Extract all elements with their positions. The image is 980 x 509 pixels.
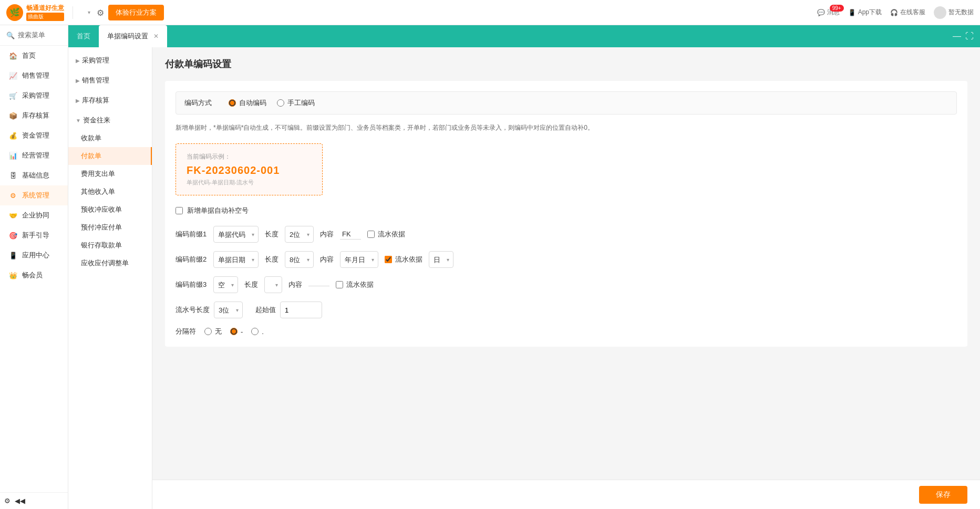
- prefix3-select-wrapper: 空: [213, 276, 238, 293]
- gear-icon[interactable]: ⚙: [97, 8, 106, 17]
- collapse-icon[interactable]: ◀◀: [15, 497, 25, 505]
- member-icon: 👑: [8, 271, 18, 280]
- prefix1-select[interactable]: 单据代码: [213, 226, 259, 243]
- online-service-item[interactable]: 🎧 在线客服: [890, 8, 925, 17]
- avatar-icon: [934, 6, 946, 19]
- submenu-purchase-title[interactable]: ▶ 采购管理: [68, 51, 152, 69]
- submenu-capital-title[interactable]: ▼ 资金往来: [68, 111, 152, 129]
- save-button[interactable]: 保存: [919, 486, 967, 504]
- stream2-unit-wrapper: 日: [429, 251, 453, 268]
- content2-label: 内容: [320, 255, 334, 264]
- submenu-item-prepay-receive[interactable]: 预收冲应收单: [68, 201, 152, 219]
- radio-manual-encoding[interactable]: 手工编码: [277, 98, 315, 108]
- sidebar-item-finance[interactable]: 💰 资金管理: [0, 126, 68, 146]
- length1-select[interactable]: 2位: [285, 226, 314, 243]
- separator-row: 分隔符 无 -: [176, 327, 957, 336]
- user-avatar[interactable]: 暂无数据: [934, 6, 974, 19]
- auto-fill-checkbox[interactable]: [176, 207, 183, 214]
- sidebar-item-operation[interactable]: 📊 经营管理: [0, 146, 68, 165]
- prefix2-label: 编码前缀2: [176, 255, 207, 264]
- headset-icon: 🎧: [890, 9, 898, 16]
- submenu-sales-title[interactable]: ▶ 销售管理: [68, 71, 152, 89]
- stream3-checkbox[interactable]: [336, 281, 343, 288]
- stream1-checkbox[interactable]: [367, 231, 375, 238]
- sidebar-item-newguide[interactable]: 🎯 新手引导: [0, 225, 68, 245]
- stream2-checkbox[interactable]: [385, 256, 392, 263]
- app-download-item[interactable]: 📱 App下载: [848, 8, 882, 17]
- sidebar-item-base[interactable]: 🗄 基础信息: [0, 165, 68, 185]
- length1-select-wrapper: 2位: [285, 226, 314, 243]
- right-panel: 首页 单据编码设置 ✕ — ⛶ ▶ 采购管理: [68, 25, 980, 509]
- length2-label: 长度: [265, 255, 278, 264]
- submenu-item-receipt[interactable]: 收款单: [68, 129, 152, 147]
- tab-home[interactable]: 首页: [68, 25, 99, 47]
- content3-label: 内容: [288, 280, 302, 289]
- sidebar-item-purchase[interactable]: 🛒 采购管理: [0, 86, 68, 106]
- prefix3-select[interactable]: 空: [213, 276, 238, 293]
- experience-button[interactable]: 体验行业方案: [108, 5, 164, 20]
- length1-label: 长度: [265, 230, 278, 239]
- tab-bar-actions: — ⛶: [953, 32, 980, 41]
- submenu-group-purchase: ▶ 采购管理: [68, 51, 152, 69]
- message-item[interactable]: 💬 消息 99+: [817, 8, 840, 17]
- tab-close-icon[interactable]: ✕: [153, 33, 159, 40]
- config-row-3: 编码前缀3 空 长度: [176, 276, 957, 293]
- submenu-item-income[interactable]: 其他收入单: [68, 183, 152, 201]
- example-box: 当前编码示例： FK-20230602-001 单据代码-单据日期-流水号: [176, 143, 323, 195]
- auto-fill-label: 新增单据自动补空号: [187, 206, 249, 215]
- system-icon: ⚙: [8, 191, 18, 200]
- sidebar-item-appcenter[interactable]: 📱 应用中心: [0, 245, 68, 265]
- sidebar-item-member[interactable]: 👑 畅会员: [0, 265, 68, 285]
- length2-select[interactable]: 8位: [285, 251, 314, 268]
- sidebar-item-home[interactable]: 🏠 首页: [0, 46, 68, 66]
- sidebar-item-enterprise[interactable]: 🤝 企业协同: [0, 205, 68, 225]
- start-value-input[interactable]: [280, 302, 322, 318]
- top-bar-left: 🌿 畅通道好生意 插曲版 ▾ ⚙ 体验行业方案: [6, 4, 164, 21]
- top-bar: 🌿 畅通道好生意 插曲版 ▾ ⚙ 体验行业方案 💬 消息 99+: [0, 0, 980, 25]
- serial-length-select[interactable]: 3位: [214, 302, 243, 318]
- separator-dot[interactable]: .: [251, 328, 264, 336]
- length3-select[interactable]: [264, 276, 282, 293]
- sidebar-item-inventory[interactable]: 📦 库存核算: [0, 106, 68, 126]
- submenu-item-prepay-pay[interactable]: 预付冲应付单: [68, 219, 152, 236]
- settings-icon[interactable]: ⚙: [4, 497, 11, 505]
- prefix2-select[interactable]: 单据日期: [213, 251, 259, 268]
- nav-dropdown[interactable]: ▾: [81, 7, 95, 17]
- top-bar-nav: ▾ ⚙ 体验行业方案: [81, 5, 164, 20]
- separator-dash[interactable]: -: [230, 328, 243, 336]
- sidebar-nav: 🏠 首页 📈 销售管理 🛒 采购管理 📦 库存核算 💰 资金管理: [0, 46, 68, 492]
- submenu-item-payment[interactable]: 付款单: [68, 147, 152, 165]
- length3-select-wrapper: [264, 276, 282, 293]
- content1-label: 内容: [320, 230, 334, 239]
- info-text: 新增单据时，*单据编码*自动生成，不可编辑。前缀设置为部门、业务员等档案类，开单…: [176, 123, 957, 133]
- sidebar-item-sales[interactable]: 📈 销售管理: [0, 66, 68, 86]
- submenu-item-adjust[interactable]: 应收应付调整单: [68, 254, 152, 272]
- config-row-1: 编码前缀1 单据代码 长度 2位: [176, 226, 957, 243]
- inventory-icon: 📦: [8, 111, 18, 120]
- search-menu[interactable]: 🔍 搜索菜单: [0, 25, 68, 46]
- length3-label: 长度: [244, 280, 258, 289]
- finance-icon: 💰: [8, 131, 18, 140]
- submenu-inventory-title[interactable]: ▶ 库存核算: [68, 91, 152, 109]
- example-label: 当前编码示例：: [187, 152, 312, 161]
- serial-length-item: 流水号长度 3位: [176, 302, 243, 318]
- sidebar-item-system[interactable]: ⚙ 系统管理: [0, 185, 68, 205]
- auto-fill-row: 新增单据自动补空号: [176, 206, 957, 215]
- submenu-item-bank[interactable]: 银行存取款单: [68, 236, 152, 254]
- logo-icon: 🌿: [6, 4, 23, 21]
- content2-select[interactable]: 年月日: [340, 251, 378, 268]
- arrow-right-icon-inv: ▶: [76, 98, 80, 103]
- submenu-group-inventory: ▶ 库存核算: [68, 91, 152, 109]
- maximize-icon[interactable]: ⛶: [965, 32, 974, 41]
- serial-length-row: 流水号长度 3位 起始值: [176, 302, 957, 318]
- tab-encoding[interactable]: 单据编码设置 ✕: [99, 25, 167, 47]
- submenu-item-expense[interactable]: 费用支出单: [68, 165, 152, 183]
- radio-auto-encoding[interactable]: 自动编码: [229, 98, 266, 108]
- separator-none[interactable]: 无: [204, 327, 222, 336]
- page-title: 付款单编码设置: [165, 58, 967, 70]
- stream2-unit-select[interactable]: 日: [429, 251, 453, 268]
- phone-icon: 📱: [848, 9, 856, 16]
- config-row-2: 编码前缀2 单据日期 长度 8位: [176, 251, 957, 268]
- serial-length-label: 流水号长度: [176, 305, 210, 315]
- minimize-icon[interactable]: —: [953, 32, 961, 41]
